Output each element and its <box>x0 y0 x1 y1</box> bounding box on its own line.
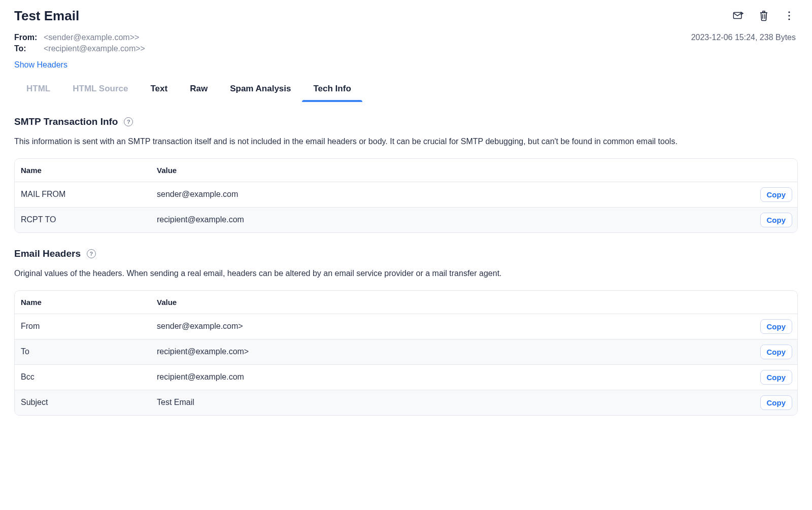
col-name: Name <box>21 166 157 175</box>
header-row-value: sender@example.com> <box>157 322 747 331</box>
smtp-table: Name Value MAIL FROM sender@example.com … <box>14 158 798 233</box>
to-address: <recipient@example.com>> <box>44 44 145 53</box>
copy-button[interactable]: Copy <box>760 345 793 359</box>
table-row: MAIL FROM sender@example.com Copy <box>15 182 797 207</box>
page-title: Test Email <box>14 8 79 24</box>
header-row-name: From <box>21 322 157 331</box>
help-icon[interactable]: ? <box>87 249 96 258</box>
from-label: From: <box>14 33 39 42</box>
tab-html[interactable]: HTML <box>26 79 50 101</box>
header-row-value: recipient@example.com> <box>157 347 747 356</box>
more-vertical-icon[interactable] <box>784 10 795 21</box>
smtp-row-value: recipient@example.com <box>157 215 747 224</box>
show-headers-link[interactable]: Show Headers <box>14 60 67 70</box>
table-row: RCPT TO recipient@example.com Copy <box>15 207 797 232</box>
smtp-row-value: sender@example.com <box>157 190 747 199</box>
svg-point-3 <box>788 18 790 20</box>
table-row: From sender@example.com> Copy <box>15 314 797 339</box>
table-row: Subject Test Email Copy <box>15 390 797 415</box>
svg-point-1 <box>788 11 790 13</box>
copy-button[interactable]: Copy <box>760 395 793 410</box>
svg-point-2 <box>788 15 790 16</box>
headers-section-desc: Original values of the headers. When sen… <box>14 267 684 280</box>
tab-text[interactable]: Text <box>150 79 167 101</box>
col-value: Value <box>157 166 747 175</box>
tabs: HTML HTML Source Text Raw Spam Analysis … <box>14 79 798 101</box>
table-row: Bcc recipient@example.com Copy <box>15 364 797 390</box>
header-row-value: Test Email <box>157 398 747 407</box>
to-line: To: <recipient@example.com>> <box>14 44 145 53</box>
smtp-section: SMTP Transaction Info ? This information… <box>14 116 798 233</box>
copy-button[interactable]: Copy <box>760 187 793 202</box>
header-row-name: Bcc <box>21 372 157 382</box>
tab-html-source[interactable]: HTML Source <box>73 79 128 101</box>
col-value: Value <box>157 298 747 307</box>
header-row-name: To <box>21 347 157 356</box>
copy-button[interactable]: Copy <box>760 319 793 334</box>
headers-section-title: Email Headers <box>14 248 81 259</box>
help-icon[interactable]: ? <box>124 117 133 126</box>
forward-mail-icon[interactable] <box>733 10 744 21</box>
copy-button[interactable]: Copy <box>760 213 793 227</box>
from-address: <sender@example.com>> <box>44 33 139 42</box>
tab-tech-info[interactable]: Tech Info <box>313 79 351 101</box>
headers-section: Email Headers ? Original values of the h… <box>14 248 798 416</box>
trash-icon[interactable] <box>758 10 769 21</box>
tab-spam[interactable]: Spam Analysis <box>230 79 291 101</box>
headers-table: Name Value From sender@example.com> Copy… <box>14 290 798 416</box>
smtp-section-desc: This information is sent with an SMTP tr… <box>14 135 684 148</box>
header-row-name: Subject <box>21 398 157 407</box>
smtp-section-title: SMTP Transaction Info <box>14 116 118 127</box>
smtp-row-name: MAIL FROM <box>21 190 157 199</box>
header-actions <box>733 8 798 21</box>
table-header-row: Name Value <box>15 291 797 314</box>
tab-raw[interactable]: Raw <box>190 79 208 101</box>
copy-button[interactable]: Copy <box>760 370 793 385</box>
smtp-row-name: RCPT TO <box>21 215 157 224</box>
header-row-value: recipient@example.com <box>157 372 747 382</box>
timestamp: 2023-12-06 15:24, 238 Bytes <box>691 33 798 42</box>
to-label: To: <box>14 44 39 53</box>
table-row: To recipient@example.com> Copy <box>15 339 797 364</box>
col-name: Name <box>21 298 157 307</box>
table-header-row: Name Value <box>15 159 797 182</box>
from-line: From: <sender@example.com>> <box>14 33 145 42</box>
